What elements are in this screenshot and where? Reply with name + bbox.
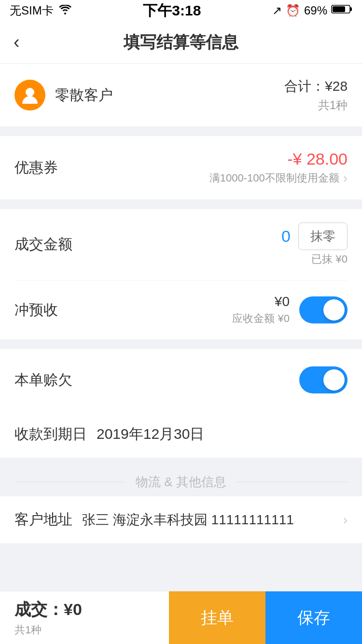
nav-bar: ‹ 填写结算等信息	[0, 21, 362, 64]
customer-section: 零散客户 合计：¥28 共1种	[0, 64, 362, 126]
gap-1	[0, 126, 362, 136]
transaction-section: 成交金额 0 抹零 已抹 ¥0 冲预收 ¥0 应收金额 ¥0	[0, 209, 362, 339]
status-right: ↗ ⏰ 69%	[272, 4, 352, 17]
debt-toggle-circle	[323, 369, 345, 391]
status-left: 无SIM卡	[10, 3, 72, 18]
hold-button[interactable]: 挂单	[169, 591, 265, 644]
gap-3	[0, 339, 362, 349]
total-count: 共1种	[284, 98, 348, 113]
already-deducted-text: 已抹 ¥0	[311, 252, 348, 266]
prepay-receivable: 应收金额 ¥0	[232, 311, 290, 326]
due-date-row: 收款到期日 2019年12月30日	[14, 411, 348, 458]
coupon-right: -¥ 28.00 满1000-100不限制使用金额 ›	[209, 150, 348, 186]
address-label: 客户地址	[14, 510, 72, 530]
address-row[interactable]: 客户地址 张三 海淀永丰科技园 11111111111 ›	[14, 496, 348, 543]
due-date-value: 2019年12月30日	[97, 424, 204, 444]
total-amount: 合计：¥28	[284, 77, 348, 96]
battery-label: 69%	[304, 4, 327, 17]
amount-right: 0 抹零	[281, 223, 348, 250]
customer-right: 合计：¥28 共1种	[284, 77, 348, 113]
main-content: 零散客户 合计：¥28 共1种 优惠券 -¥ 28.00 满1000-100不限…	[0, 64, 362, 601]
location-icon: ↗	[272, 4, 282, 17]
bottom-bar: 成交：¥0 共1种 挂单 保存	[0, 591, 362, 644]
alarm-icon: ⏰	[286, 4, 300, 17]
toggle-circle	[323, 299, 345, 321]
prepay-toggle[interactable]	[299, 296, 348, 323]
bottom-deal-label: 成交：¥0	[14, 599, 154, 621]
carrier-label: 无SIM卡	[10, 3, 54, 18]
debt-toggle[interactable]	[299, 366, 348, 393]
svg-point-3	[26, 88, 34, 97]
coupon-chevron-icon: ›	[343, 170, 348, 186]
svg-rect-2	[333, 6, 345, 12]
logistics-divider: 物流 & 其他信息	[0, 467, 362, 496]
address-chevron-icon: ›	[343, 512, 348, 528]
debt-row: 本单赊欠	[14, 349, 348, 411]
coupon-section[interactable]: 优惠券 -¥ 28.00 满1000-100不限制使用金额 ›	[0, 136, 362, 199]
round-off-button[interactable]: 抹零	[298, 223, 348, 250]
status-bar: 无SIM卡 下午3:18 ↗ ⏰ 69%	[0, 0, 362, 21]
coupon-label: 优惠券	[14, 158, 58, 178]
prepay-row: 冲预收 ¥0 应收金额 ¥0	[14, 280, 348, 339]
bottom-count: 共1种	[14, 623, 154, 637]
svg-rect-1	[350, 7, 352, 11]
address-section: 客户地址 张三 海淀永丰科技园 11111111111 ›	[0, 496, 362, 543]
battery-icon	[331, 4, 352, 17]
logistics-text: 物流 & 其他信息	[126, 474, 236, 490]
customer-left: 零散客户	[14, 80, 113, 111]
bottom-deal-amount: ¥0	[64, 600, 82, 618]
bottom-info: 成交：¥0 共1种	[0, 599, 169, 637]
debt-section: 本单赊欠	[0, 349, 362, 411]
amount-value: 0	[281, 227, 291, 246]
customer-avatar	[14, 80, 45, 111]
status-time: 下午3:18	[143, 1, 201, 21]
coupon-desc: 满1000-100不限制使用金额 ›	[209, 170, 348, 186]
customer-name: 零散客户	[55, 85, 113, 105]
prepay-amount: ¥0	[232, 294, 290, 309]
coupon-discount: -¥ 28.00	[209, 150, 348, 168]
page-title: 填写结算等信息	[124, 31, 238, 54]
wifi-icon	[58, 4, 72, 17]
save-button[interactable]: 保存	[265, 591, 362, 644]
prepay-label: 冲预收	[14, 300, 58, 320]
debt-label: 本单赊欠	[14, 370, 72, 390]
address-value: 张三 海淀永丰科技园 11111111111	[82, 511, 341, 529]
due-date-section: 收款到期日 2019年12月30日	[0, 411, 362, 458]
due-date-label: 收款到期日	[14, 424, 87, 444]
back-button[interactable]: ‹	[14, 32, 20, 53]
amount-row: 成交金额 0 抹零 已抹 ¥0	[14, 209, 348, 280]
amount-label: 成交金额	[14, 235, 72, 254]
gap-2	[0, 199, 362, 209]
